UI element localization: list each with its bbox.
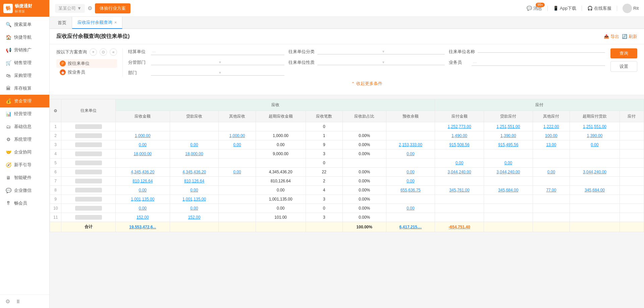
cell[interactable]: 1,251,551.00	[484, 122, 533, 131]
cell[interactable]: 655,636.75	[386, 186, 435, 195]
cell[interactable]: 18,000.00	[115, 149, 170, 159]
scheme-item-by_staff[interactable]: ⏰按业务员	[56, 68, 117, 77]
cell[interactable]: 1,000.00	[115, 131, 170, 140]
cell[interactable]: 13.00	[533, 140, 570, 149]
cell[interactable]: 0.00	[533, 168, 570, 177]
sidebar-item-inventory[interactable]: 🏛库存核算	[0, 82, 49, 95]
cell[interactable]: 1,390.00	[570, 131, 620, 140]
vendor-category-input-wrap[interactable]: ▼	[317, 49, 445, 54]
sidebar-item-system[interactable]: ⚙系统管理	[0, 133, 49, 146]
cell[interactable]: 0.00	[170, 140, 219, 149]
cell[interactable]: 345,684.00	[484, 186, 533, 195]
cell[interactable]: 1,001,135.00	[115, 195, 170, 204]
footer-rec-amount[interactable]: 19,553,472,6...	[115, 222, 170, 232]
vendor-nature-input-wrap[interactable]: ▼	[317, 60, 445, 65]
sidebar-item-marketing[interactable]: 📢营销推广	[0, 44, 49, 56]
cell[interactable]: 2,153,333.00	[386, 140, 435, 149]
messages-btn[interactable]: 💬 消息 99+	[527, 5, 542, 11]
col-settings[interactable]: ⚙	[50, 99, 61, 122]
sidebar-settings-icon[interactable]: ⚙	[5, 298, 10, 305]
edit-scheme-btn[interactable]: ⊙	[100, 48, 107, 56]
cell[interactable]: 0.00	[115, 140, 170, 149]
cell[interactable]: 915,495.56	[484, 140, 533, 149]
cell[interactable]: 0.00	[219, 140, 256, 149]
trial-btn[interactable]: 体验行业方案	[95, 3, 130, 13]
cell[interactable]: 152.00	[170, 213, 219, 222]
app-download-btn[interactable]: 📱 App下载	[553, 5, 576, 11]
cell[interactable]: 1,390.00	[484, 131, 533, 140]
collapse-scheme-btn[interactable]: «	[110, 48, 117, 56]
cell[interactable]: 1,222.00	[533, 122, 570, 131]
footer-rec-advance[interactable]: 6,417,215....	[386, 222, 435, 232]
cell[interactable]: 0.00	[484, 159, 533, 168]
sidebar-item-operation[interactable]: 📊经营管理	[0, 107, 49, 120]
cell[interactable]: 0.00	[115, 204, 170, 213]
cell[interactable]: 4,345,436.20	[170, 168, 219, 177]
filter-vendor-category: 往来单位分类 ▼	[288, 48, 445, 55]
sidebar-item-label: 系统管理	[14, 136, 32, 142]
sidebar-item-finance[interactable]: 💰资金管理	[0, 95, 49, 107]
add-scheme-btn[interactable]: +	[90, 48, 97, 56]
export-btn[interactable]: 📤 导出	[604, 34, 619, 40]
cell[interactable]: 1,490.00	[435, 131, 484, 140]
tab-close-icon[interactable]: ×	[114, 20, 117, 25]
cell[interactable]: 0.00	[115, 186, 170, 195]
cell[interactable]: 0.00	[219, 168, 256, 177]
settlement-input-wrap[interactable]: ···	[151, 48, 284, 55]
refresh-btn[interactable]: 🔄 刷新	[622, 34, 637, 40]
sidebar-item-sales[interactable]: 🛒销售管理	[0, 56, 49, 69]
cell[interactable]: 0.00	[570, 140, 620, 149]
tab-query[interactable]: 应收应付余额查询×	[72, 17, 122, 29]
cell[interactable]: 0.00	[170, 204, 219, 213]
cell[interactable]: 0.00	[386, 204, 435, 213]
topbar-company[interactable]: 某某公司 ▼	[55, 4, 85, 13]
cell[interactable]: 18,000.00	[170, 149, 219, 159]
sidebar-item-search[interactable]: 🔍搜索菜单	[0, 18, 49, 31]
cell[interactable]: 3,044,240.00	[570, 168, 620, 177]
cell[interactable]: 0.00	[386, 168, 435, 177]
salesperson-input-wrap[interactable]: ···	[472, 59, 605, 66]
cell[interactable]: 915,508.56	[435, 140, 484, 149]
settings-btn[interactable]: 设置	[610, 61, 637, 72]
tab-home[interactable]: 首页	[52, 17, 72, 29]
sidebar-item-wechat[interactable]: 💬企业微信	[0, 184, 49, 197]
cell[interactable]: 0.00	[386, 149, 435, 159]
sidebar-item-hardware[interactable]: 🖥智能硬件	[0, 171, 49, 184]
sidebar-item-member[interactable]: 🎖畅会员	[0, 197, 49, 210]
cell[interactable]: 810,126.64	[170, 177, 219, 186]
cell[interactable]: 4,345,436.20	[115, 168, 170, 177]
marketing-icon: 📢	[5, 47, 11, 53]
cell[interactable]: 345,684.00	[570, 186, 620, 195]
dept-input-wrap[interactable]: ▼	[151, 60, 284, 65]
cell[interactable]: 1,251,551.00	[570, 122, 620, 131]
cell[interactable]: 100.00	[533, 131, 570, 140]
sidebar-item-collab[interactable]: 🤝企业协同	[0, 146, 49, 159]
cell[interactable]: 3,044,240.00	[484, 168, 533, 177]
cell[interactable]: 0.00	[435, 159, 484, 168]
cell[interactable]: 0.00	[386, 177, 435, 186]
scheme-item-by_vendor[interactable]: P按往来单位	[56, 59, 117, 68]
cell[interactable]: 1,001,135.00	[170, 195, 219, 204]
collapse-btn[interactable]: ⌃ 收起更多条件	[348, 79, 385, 88]
cell[interactable]: 77.00	[533, 186, 570, 195]
sidebar-item-guide[interactable]: 🧭新手引导	[0, 159, 49, 171]
cell[interactable]: 0.00	[170, 186, 219, 195]
footer-pay-amount[interactable]: -654,751.40	[435, 222, 484, 232]
online-service-btn[interactable]: 🎧 在线客服	[587, 5, 611, 11]
query-btn[interactable]: 查询	[610, 48, 637, 58]
user-avatar-btn[interactable]: Rit	[623, 4, 639, 13]
cell[interactable]: 152.00	[115, 213, 170, 222]
cell[interactable]: 345,761.00	[435, 186, 484, 195]
topbar-settings-icon[interactable]: ⚙	[88, 5, 92, 11]
sidebar-item-basic[interactable]: 🗂基础信息	[0, 120, 49, 133]
cell[interactable]: 3,044,240.00	[435, 168, 484, 177]
cell[interactable]: 1,252,773.00	[435, 122, 484, 131]
vendor-name-input-wrap[interactable]	[478, 51, 605, 53]
sidebar-item-purchase[interactable]: 🛍采购管理	[0, 69, 49, 82]
cell[interactable]: 810,126.64	[115, 177, 170, 186]
department-input-wrap[interactable]: ▼	[151, 70, 284, 76]
sidebar-collapse-icon[interactable]: ⏸	[15, 299, 21, 305]
cell[interactable]: 1,000.00	[219, 131, 256, 140]
table-row: 4 ████████ 18,000.00 18,000.00 9,000.00 …	[50, 149, 644, 159]
sidebar-item-quick[interactable]: 🏠快捷导航	[0, 31, 49, 44]
